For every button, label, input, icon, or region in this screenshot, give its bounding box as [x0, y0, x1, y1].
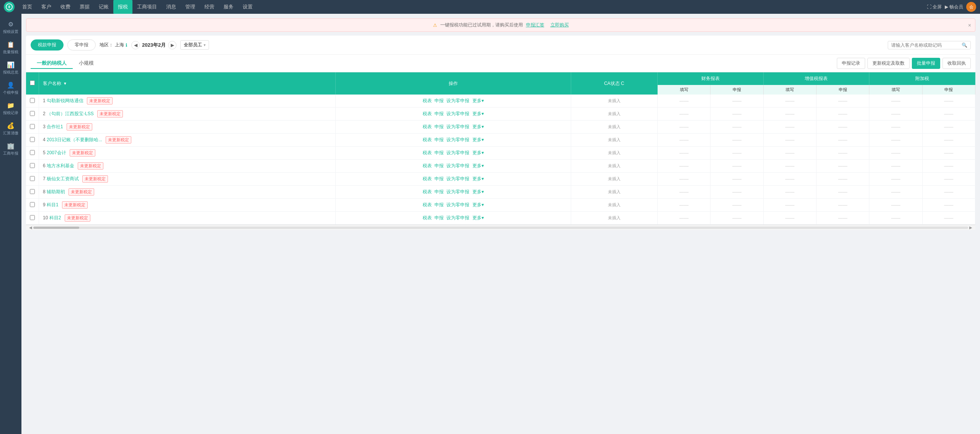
row-checkbox-4[interactable] — [30, 150, 35, 155]
nav-manage[interactable]: 管理 — [181, 0, 200, 14]
select-all-checkbox[interactable] — [30, 80, 35, 85]
scroll-left-btn[interactable]: ◀ — [28, 225, 33, 230]
row-client-name[interactable]: 科目1 — [47, 202, 59, 207]
sidebar-item-individual-tax[interactable]: 👤 个税申报 — [0, 78, 21, 98]
sidebar-item-tax-overview[interactable]: 📊 报税总览 — [0, 57, 21, 78]
op-zero-declare[interactable]: 设为零申报 — [446, 202, 469, 207]
search-icon[interactable]: 🔍 — [962, 42, 967, 48]
nav-tax[interactable]: 报税 — [113, 0, 132, 14]
row-checkbox-8[interactable] — [30, 202, 35, 207]
op-zero-declare[interactable]: 设为零申报 — [446, 150, 469, 155]
op-tax-table[interactable]: 税表 — [423, 98, 432, 103]
date-next-btn[interactable]: ▶ — [168, 41, 176, 49]
op-zero-declare[interactable]: 设为零申报 — [446, 111, 469, 116]
scroll-right-btn[interactable]: ▶ — [968, 225, 973, 230]
region-value[interactable]: 上海 — [115, 42, 124, 48]
row-checkbox-1[interactable] — [30, 111, 35, 116]
op-more[interactable]: 更多▾ — [472, 163, 484, 168]
row-checkbox-3[interactable] — [30, 137, 35, 142]
op-declare[interactable]: 申报 — [434, 111, 444, 116]
op-declare[interactable]: 申报 — [434, 202, 444, 207]
op-declare[interactable]: 申报 — [434, 124, 444, 129]
op-tax-table[interactable]: 税表 — [423, 189, 432, 194]
row-client-name[interactable]: 合作社1 — [47, 124, 63, 129]
op-tax-table[interactable]: 税表 — [423, 163, 432, 168]
op-more[interactable]: 更多▾ — [472, 150, 484, 155]
op-more[interactable]: 更多▾ — [472, 137, 484, 142]
nav-business[interactable]: 工商项目 — [132, 0, 162, 14]
op-tax-table[interactable]: 税表 — [423, 124, 432, 129]
nav-invoice[interactable]: 票据 — [75, 0, 94, 14]
nav-client[interactable]: 客户 — [37, 0, 56, 14]
op-declare[interactable]: 申报 — [434, 215, 444, 220]
sidebar-item-settlement[interactable]: 💰 汇算清缴 — [0, 118, 21, 139]
fullscreen-btn[interactable]: ⛶ 全屏 — [927, 4, 942, 10]
staff-selector[interactable]: 全部员工 ▾ — [180, 40, 209, 50]
op-zero-declare[interactable]: 设为零申报 — [446, 189, 469, 194]
tab-small-scale[interactable]: 小规模 — [73, 58, 100, 69]
tab-zero-declaration[interactable]: 零申报 — [67, 39, 96, 51]
op-declare[interactable]: 申报 — [434, 98, 444, 103]
op-zero-declare[interactable]: 设为零申报 — [446, 176, 469, 181]
avatar[interactable]: 会 — [966, 2, 976, 12]
op-zero-declare[interactable]: 设为零申报 — [446, 163, 469, 168]
member-btn[interactable]: ▶ 畅会员 — [945, 4, 963, 10]
row-checkbox-2[interactable] — [30, 124, 35, 129]
nav-message[interactable]: 消息 — [162, 0, 181, 14]
op-zero-declare[interactable]: 设为零申报 — [446, 137, 469, 142]
op-zero-declare[interactable]: 设为零申报 — [446, 98, 469, 103]
row-client-name[interactable]: 地方水利基金 — [47, 163, 74, 168]
nav-home[interactable]: 首页 — [18, 0, 37, 14]
op-tax-table[interactable]: 税表 — [423, 111, 432, 116]
nav-service[interactable]: 服务 — [219, 0, 238, 14]
sidebar-item-tax-records[interactable]: 📁 报税记录 — [0, 98, 21, 118]
row-checkbox-6[interactable] — [30, 176, 35, 181]
trial-link1[interactable]: 申报汇签 — [526, 22, 544, 28]
nav-bookkeeping[interactable]: 记账 — [94, 0, 113, 14]
op-more[interactable]: 更多▾ — [472, 202, 484, 207]
sort-icon[interactable]: ▾ — [64, 81, 66, 86]
search-input[interactable] — [891, 42, 960, 48]
op-tax-table[interactable]: 税表 — [423, 176, 432, 181]
op-zero-declare[interactable]: 设为零申报 — [446, 124, 469, 129]
op-more[interactable]: 更多▾ — [472, 98, 484, 103]
op-declare[interactable]: 申报 — [434, 137, 444, 142]
declaration-records-btn[interactable]: 申报记录 — [837, 58, 865, 69]
nav-operation[interactable]: 经营 — [200, 0, 219, 14]
op-more[interactable]: 更多▾ — [472, 189, 484, 194]
batch-declare-btn[interactable]: 批量申报 — [912, 58, 940, 69]
op-more[interactable]: 更多▾ — [472, 111, 484, 116]
op-declare[interactable]: 申报 — [434, 176, 444, 181]
op-declare[interactable]: 申报 — [434, 163, 444, 168]
op-tax-table[interactable]: 税表 — [423, 137, 432, 142]
row-client-name[interactable]: 杨仙女工资商试 — [47, 176, 79, 181]
tab-general-taxpayer[interactable]: 一般的纳税人 — [31, 58, 73, 69]
scroll-bar-track[interactable] — [33, 227, 968, 229]
row-checkbox-7[interactable] — [30, 189, 35, 194]
info-icon[interactable]: ℹ — [126, 42, 127, 48]
op-tax-table[interactable]: 税表 — [423, 215, 432, 220]
date-prev-btn[interactable]: ◀ — [131, 41, 140, 49]
op-tax-table[interactable]: 税表 — [423, 150, 432, 155]
op-more[interactable]: 更多▾ — [472, 176, 484, 181]
row-checkbox-0[interactable] — [30, 98, 35, 103]
row-client-name[interactable]: 勾勒新锐网络通信 — [47, 98, 83, 103]
trial-link2[interactable]: 立即购买 — [550, 22, 569, 28]
row-client-name[interactable]: 2013日记账（不要删除哈... — [47, 137, 102, 142]
op-zero-declare[interactable]: 设为零申报 — [446, 215, 469, 220]
sidebar-item-tax-settings[interactable]: ⚙ 报税设置 — [0, 17, 21, 37]
nav-billing[interactable]: 收费 — [56, 0, 75, 14]
row-client-name[interactable]: 2007会计 — [47, 150, 66, 155]
op-more[interactable]: 更多▾ — [472, 124, 484, 129]
sidebar-item-annual-report[interactable]: 🏢 工商年报 — [0, 139, 21, 159]
op-declare[interactable]: 申报 — [434, 189, 444, 194]
row-client-name[interactable]: （勾前）江西股宝-LSS — [47, 111, 94, 116]
op-more[interactable]: 更多▾ — [472, 215, 484, 220]
op-declare[interactable]: 申报 — [434, 150, 444, 155]
row-checkbox-9[interactable] — [30, 215, 35, 220]
row-client-name[interactable]: 辅助期初 — [47, 189, 65, 194]
nav-settings[interactable]: 设置 — [238, 0, 257, 14]
banner-close-btn[interactable]: × — [968, 22, 971, 28]
row-client-name[interactable]: 科目2 — [49, 215, 61, 220]
sidebar-item-batch-tax[interactable]: 📋 批量报税 — [0, 37, 21, 57]
